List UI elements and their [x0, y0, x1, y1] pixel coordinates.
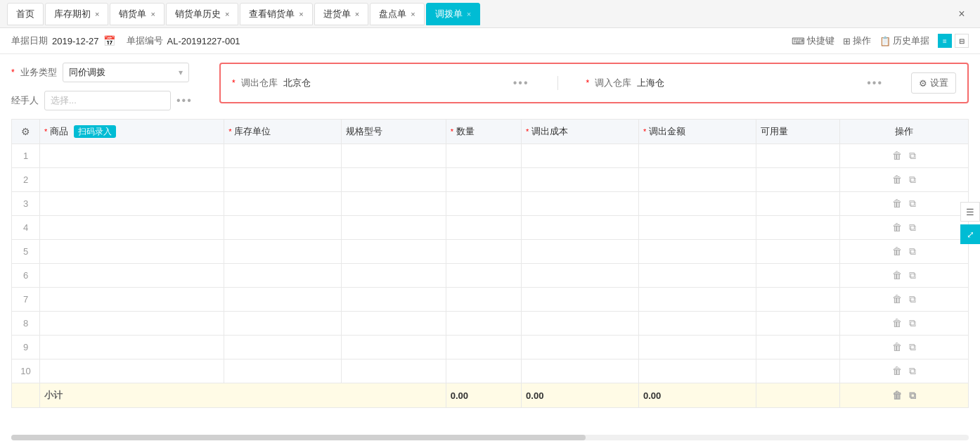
close-icon[interactable]: × — [225, 10, 229, 18]
spec-cell[interactable] — [341, 312, 446, 336]
spec-cell[interactable] — [341, 288, 446, 312]
cost-cell[interactable] — [522, 144, 639, 168]
close-icon[interactable]: × — [150, 10, 155, 18]
unit-cell[interactable] — [224, 312, 342, 336]
delete-icon[interactable]: 🗑 — [892, 390, 902, 401]
window-close-button[interactable]: × — [950, 3, 973, 25]
tab-inventory[interactable]: 盘点单 × — [370, 3, 424, 25]
spec-cell[interactable] — [341, 192, 446, 216]
cost-cell[interactable] — [522, 240, 639, 264]
close-icon[interactable]: × — [467, 10, 471, 18]
copy-icon[interactable]: ⧉ — [909, 150, 916, 161]
copy-icon[interactable]: ⧉ — [909, 174, 916, 185]
cost-cell[interactable] — [522, 359, 639, 383]
spec-cell[interactable] — [341, 216, 446, 240]
calendar-icon[interactable]: 📅 — [103, 35, 115, 46]
settings-button[interactable]: ⚙ 设置 — [911, 72, 956, 94]
delete-icon[interactable]: 🗑 — [892, 293, 902, 305]
unit-cell[interactable] — [224, 264, 342, 288]
amount-cell[interactable] — [638, 288, 756, 312]
side-list-button[interactable]: ☰ — [960, 202, 980, 222]
qty-cell[interactable] — [446, 216, 521, 240]
qty-cell[interactable] — [446, 312, 521, 336]
side-expand-button[interactable]: ⤢ — [960, 224, 980, 244]
amount-cell[interactable] — [638, 359, 756, 383]
in-warehouse-more-icon[interactable]: ••• — [867, 77, 883, 89]
product-cell[interactable] — [40, 312, 224, 336]
tab-purchase[interactable]: 进货单 × — [314, 3, 368, 25]
handler-more-icon[interactable]: ••• — [176, 94, 193, 107]
copy-icon[interactable]: ⧉ — [909, 246, 916, 257]
tab-inventory-init[interactable]: 库存期初 × — [45, 3, 108, 25]
spec-cell[interactable] — [341, 240, 446, 264]
qty-cell[interactable] — [446, 359, 521, 383]
cost-cell[interactable] — [522, 264, 639, 288]
shortcut-button[interactable]: ⌨ 快捷键 — [792, 34, 834, 47]
operation-button[interactable]: ⊞ 操作 — [843, 34, 871, 47]
amount-cell[interactable] — [638, 168, 756, 192]
product-cell[interactable] — [40, 288, 224, 312]
amount-cell[interactable] — [638, 144, 756, 168]
unit-cell[interactable] — [224, 216, 342, 240]
close-icon[interactable]: × — [355, 10, 359, 18]
horizontal-scrollbar[interactable] — [11, 435, 969, 440]
amount-cell[interactable] — [638, 264, 756, 288]
delete-icon[interactable]: 🗑 — [892, 365, 902, 376]
product-cell[interactable] — [40, 264, 224, 288]
tab-home[interactable]: 首页 — [7, 3, 44, 25]
cost-cell[interactable] — [522, 216, 639, 240]
copy-icon[interactable]: ⧉ — [909, 390, 916, 401]
amount-cell[interactable] — [638, 312, 756, 336]
table-gear-icon[interactable]: ⚙ — [21, 126, 30, 137]
product-cell[interactable] — [40, 144, 224, 168]
amount-cell[interactable] — [638, 240, 756, 264]
copy-icon[interactable]: ⧉ — [909, 341, 916, 352]
qty-cell[interactable] — [446, 288, 521, 312]
spec-cell[interactable] — [341, 336, 446, 359]
delete-icon[interactable]: 🗑 — [892, 150, 902, 161]
close-icon[interactable]: × — [95, 10, 99, 18]
scan-input-button[interactable]: 扫码录入 — [74, 125, 116, 138]
handler-select[interactable]: 选择... — [44, 91, 171, 110]
qty-cell[interactable] — [446, 336, 521, 359]
cost-cell[interactable] — [522, 168, 639, 192]
delete-icon[interactable]: 🗑 — [892, 222, 902, 233]
amount-cell[interactable] — [638, 336, 756, 359]
spec-cell[interactable] — [341, 264, 446, 288]
qty-cell[interactable] — [446, 264, 521, 288]
biz-type-select[interactable]: 同价调拨 ▾ — [63, 63, 189, 82]
cost-cell[interactable] — [522, 288, 639, 312]
cost-cell[interactable] — [522, 336, 639, 359]
scrollbar-thumb[interactable] — [11, 435, 586, 440]
copy-icon[interactable]: ⧉ — [909, 269, 916, 281]
delete-icon[interactable]: 🗑 — [892, 246, 902, 257]
qty-cell[interactable] — [446, 240, 521, 264]
amount-cell[interactable] — [638, 192, 756, 216]
amount-cell[interactable] — [638, 216, 756, 240]
unit-cell[interactable] — [224, 168, 342, 192]
copy-icon[interactable]: ⧉ — [909, 222, 916, 233]
qty-cell[interactable] — [446, 168, 521, 192]
spec-cell[interactable] — [341, 168, 446, 192]
tab-view-sales[interactable]: 查看销货单 × — [240, 3, 312, 25]
delete-icon[interactable]: 🗑 — [892, 341, 902, 352]
out-warehouse-more-icon[interactable]: ••• — [513, 77, 529, 89]
product-cell[interactable] — [40, 336, 224, 359]
tab-transfer[interactable]: 调拨单 × — [426, 3, 480, 25]
product-cell[interactable] — [40, 240, 224, 264]
qty-cell[interactable] — [446, 144, 521, 168]
unit-cell[interactable] — [224, 336, 342, 359]
unit-cell[interactable] — [224, 359, 342, 383]
close-icon[interactable]: × — [299, 10, 303, 18]
cost-cell[interactable] — [522, 192, 639, 216]
layout-grid-icon[interactable]: ⊟ — [955, 34, 969, 48]
tab-sales[interactable]: 销货单 × — [110, 3, 164, 25]
delete-icon[interactable]: 🗑 — [892, 174, 902, 185]
history-button[interactable]: 📋 历史单据 — [879, 34, 929, 47]
qty-cell[interactable] — [446, 192, 521, 216]
delete-icon[interactable]: 🗑 — [892, 269, 902, 281]
unit-cell[interactable] — [224, 240, 342, 264]
product-cell[interactable] — [40, 359, 224, 383]
spec-cell[interactable] — [341, 144, 446, 168]
copy-icon[interactable]: ⧉ — [909, 293, 916, 305]
